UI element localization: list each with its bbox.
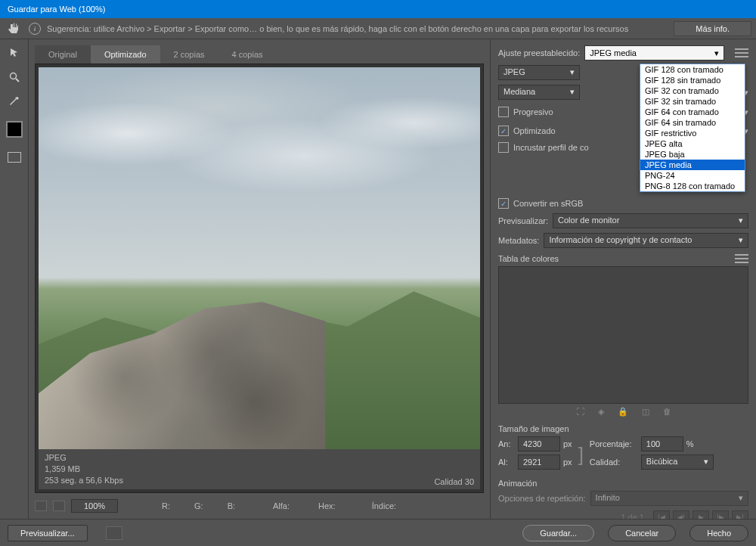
eyedropper-tool-icon[interactable] bbox=[5, 92, 23, 110]
preset-dropdown-list[interactable]: GIF 128 con tramadoGIF 128 sin tramadoGI… bbox=[640, 64, 745, 192]
animation-title: Animación bbox=[498, 479, 748, 488]
tab-optimized[interactable]: Optimizado bbox=[91, 45, 160, 64]
preset-option[interactable]: GIF restrictivo bbox=[640, 128, 745, 138]
alfa-label: Alfa: bbox=[273, 501, 290, 510]
srgb-checkbox[interactable] bbox=[498, 198, 509, 209]
width-label: An: bbox=[498, 439, 515, 448]
progressive-checkbox[interactable] bbox=[498, 107, 509, 117]
resample-label: Calidad: bbox=[590, 458, 638, 467]
preset-label: Ajuste preestablecido: bbox=[498, 48, 580, 57]
suggestion-bar: i Sugerencia: utilice Archivo > Exportar… bbox=[0, 18, 756, 39]
browser-preview-icon[interactable] bbox=[106, 526, 122, 540]
slice-select-icon[interactable] bbox=[35, 501, 47, 511]
ct-new-icon[interactable]: ◫ bbox=[642, 407, 649, 417]
window-title-bar: Guardar para Web (100%) bbox=[0, 0, 756, 18]
left-toolbar bbox=[0, 39, 29, 519]
optimized-label: Optimizado bbox=[513, 126, 556, 135]
embed-profile-checkbox[interactable] bbox=[498, 142, 509, 153]
preset-option[interactable]: JPEG media bbox=[640, 160, 745, 170]
zoom-input[interactable] bbox=[71, 499, 118, 513]
ct-trash-icon[interactable]: 🗑 bbox=[663, 407, 671, 417]
progressive-label: Progresivo bbox=[513, 107, 553, 116]
quality-preset-select[interactable]: Mediana▾ bbox=[498, 85, 580, 100]
slice-view-icon[interactable] bbox=[5, 148, 23, 166]
foreground-color-swatch[interactable] bbox=[6, 121, 23, 138]
image-info-footer: JPEG 1,359 MB 253 seg. a 56,6 Kbps Calid… bbox=[39, 449, 480, 489]
loop-label: Opciones de repetición: bbox=[498, 494, 586, 503]
frame-counter: 1 de 1 bbox=[621, 513, 644, 519]
download-time-label: 253 seg. a 56,6 Kbps bbox=[45, 475, 123, 486]
preset-option[interactable]: JPEG baja bbox=[640, 149, 745, 160]
preset-option[interactable]: JPEG alta bbox=[640, 138, 745, 149]
preview-frame: JPEG 1,359 MB 253 seg. a 56,6 Kbps Calid… bbox=[35, 64, 484, 493]
svg-line-1 bbox=[16, 79, 19, 82]
done-button[interactable]: Hecho bbox=[689, 525, 748, 541]
chevron-down-icon: ▾ bbox=[714, 48, 719, 58]
suggestion-text: Sugerencia: utilice Archivo > Exportar >… bbox=[47, 24, 628, 33]
filesize-label: 1,359 MB bbox=[45, 464, 123, 475]
tab-original[interactable]: Original bbox=[35, 45, 91, 64]
preset-option[interactable]: PNG-24 bbox=[640, 170, 745, 181]
metadata-select[interactable]: Información de copyright y de contacto▾ bbox=[544, 233, 748, 248]
tab-2up[interactable]: 2 copias bbox=[160, 45, 218, 64]
preview-tabs: Original Optimizado 2 copias 4 copias bbox=[35, 45, 484, 64]
preview-label: Previsualizar: bbox=[498, 216, 548, 225]
more-info-button[interactable]: Más info. bbox=[674, 21, 751, 36]
preview-select[interactable]: Color de monitor▾ bbox=[553, 213, 748, 228]
preview-bottom-controls: R: G: B: Alfa: Hex: Índice: bbox=[35, 499, 484, 513]
preset-option[interactable]: GIF 32 con tramado bbox=[640, 85, 745, 96]
preset-option[interactable]: GIF 128 con tramado bbox=[640, 64, 745, 75]
metadata-label: Metadatos: bbox=[498, 236, 539, 245]
preview-button[interactable]: Previsualizar... bbox=[8, 525, 88, 541]
g-label: G: bbox=[194, 501, 203, 510]
percent-input[interactable] bbox=[641, 436, 683, 451]
hex-label: Hex: bbox=[318, 501, 336, 510]
preset-option[interactable]: GIF 64 sin tramado bbox=[640, 117, 745, 128]
cancel-button[interactable]: Cancelar bbox=[608, 525, 676, 541]
hand-tool-icon[interactable] bbox=[5, 20, 23, 38]
link-bracket-icon[interactable]: ] bbox=[577, 450, 585, 460]
ct-lock-icon[interactable]: 🔒 bbox=[618, 407, 628, 417]
next-frame-button: |▶ bbox=[712, 510, 729, 519]
optimized-checkbox[interactable] bbox=[498, 126, 509, 136]
srgb-label: Convertir en sRGB bbox=[513, 199, 583, 208]
preset-select[interactable]: JPEG media▾ bbox=[584, 45, 724, 60]
save-button[interactable]: Guardar... bbox=[522, 525, 594, 541]
prev-frame-button: ◀| bbox=[673, 510, 689, 519]
format-select[interactable]: JPEG▾ bbox=[498, 65, 580, 80]
color-table-title: Tabla de colores bbox=[498, 254, 559, 263]
svg-point-0 bbox=[10, 73, 16, 79]
preset-option[interactable]: GIF 64 con tramado bbox=[640, 107, 745, 117]
format-label: JPEG bbox=[45, 452, 123, 464]
r-label: R: bbox=[162, 501, 170, 510]
dialog-footer: Previsualizar... Guardar... Cancelar Hec… bbox=[0, 519, 756, 546]
height-input[interactable] bbox=[518, 454, 560, 470]
percent-label: Porcentaje: bbox=[590, 439, 638, 448]
quality-label: Calidad 30 bbox=[434, 477, 474, 486]
resample-select[interactable]: Bicúbica▾ bbox=[641, 454, 714, 470]
window-title: Guardar para Web (100%) bbox=[8, 5, 105, 14]
preset-option[interactable]: GIF 128 sin tramado bbox=[640, 75, 745, 85]
play-button: ▶ bbox=[692, 510, 709, 519]
ct-snap-icon[interactable]: ⛶ bbox=[576, 407, 584, 417]
preset-option[interactable]: GIF 32 sin tramado bbox=[640, 96, 745, 107]
ct-web-icon[interactable]: ◈ bbox=[598, 407, 604, 417]
slice-hide-icon[interactable] bbox=[53, 501, 65, 511]
image-size-title: Tamaño de imagen bbox=[498, 424, 748, 433]
selection-tool-icon[interactable] bbox=[5, 44, 23, 62]
width-input[interactable] bbox=[518, 436, 560, 451]
preset-option[interactable]: PNG-8 128 con tramado bbox=[640, 181, 745, 191]
indice-label: Índice: bbox=[372, 501, 396, 510]
first-frame-button: |◀ bbox=[653, 510, 670, 519]
color-table-menu-icon[interactable] bbox=[735, 254, 748, 263]
preset-menu-icon[interactable] bbox=[735, 48, 748, 57]
tab-4up[interactable]: 4 copias bbox=[218, 45, 277, 64]
image-preview[interactable] bbox=[39, 67, 480, 449]
last-frame-button: ▶| bbox=[732, 510, 748, 519]
height-label: Al: bbox=[498, 458, 515, 467]
embed-profile-label: Incrustar perfil de co bbox=[513, 143, 589, 152]
settings-column: Ajuste preestablecido: JPEG media▾ GIF 1… bbox=[490, 39, 756, 519]
zoom-tool-icon[interactable] bbox=[5, 68, 23, 86]
preview-column: Original Optimizado 2 copias 4 copias JP… bbox=[29, 39, 490, 519]
loop-select: Infinito▾ bbox=[590, 491, 748, 506]
